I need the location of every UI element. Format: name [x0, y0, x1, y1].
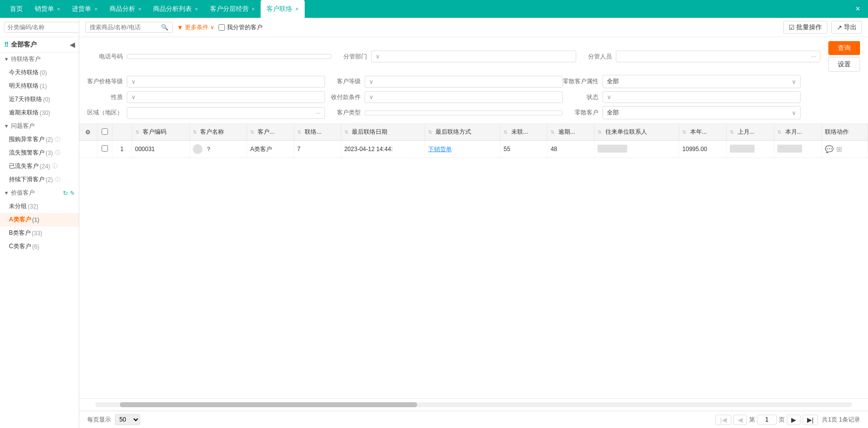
info-icon-4[interactable]: ⓘ — [55, 176, 60, 183]
page-number-input[interactable] — [757, 415, 777, 425]
sort-handle-contact[interactable]: ⇅ — [297, 129, 301, 135]
customer-type-input[interactable] — [365, 110, 563, 115]
search-icon[interactable]: 🔍 — [161, 24, 168, 31]
td-code: 000031 — [132, 141, 189, 158]
nature-dropdown[interactable]: ∨ — [127, 91, 325, 103]
close-window-button[interactable]: × — [852, 4, 864, 13]
query-button[interactable]: 查询 — [828, 41, 860, 55]
nav-home[interactable]: 首页 — [4, 0, 29, 18]
price-level-dropdown[interactable]: ∨ — [127, 76, 325, 88]
status-dropdown[interactable]: ∨ — [602, 91, 801, 103]
problem-customers-group[interactable]: ▼ 问题客户 — [0, 119, 79, 133]
region-input[interactable]: ··· — [127, 107, 325, 119]
export-button[interactable]: ↗ 导出 — [831, 21, 862, 34]
td-num: 1 — [112, 141, 132, 158]
th-actions: 联络动作 — [822, 124, 868, 141]
info-icon-3[interactable]: ⓘ — [52, 162, 57, 170]
settings-gear-icon[interactable]: ⚙ — [85, 129, 91, 136]
manager-input[interactable]: ··· — [616, 51, 820, 62]
sort-handle-name[interactable]: ⇅ — [193, 129, 197, 135]
sort-handle-level[interactable]: ⇅ — [250, 129, 254, 135]
sidebar-search-input[interactable] — [4, 22, 79, 33]
customer-level-dropdown[interactable]: ∨ — [365, 76, 563, 88]
value-customers-group[interactable]: ▼ 价值客户 ↻ ✎ — [0, 186, 79, 200]
th-num — [112, 124, 132, 141]
sidebar-class-b[interactable]: B类客户 (33) — [0, 226, 79, 240]
nav-purchase[interactable]: 进货单 × — [66, 0, 103, 18]
first-page-button[interactable]: |◀ — [715, 415, 731, 425]
sidebar-collapse-icon[interactable]: ◀ — [70, 41, 75, 49]
sidebar-class-a[interactable]: A类客户 (1) — [0, 213, 79, 226]
sidebar: 🔍 ⠿ 全部客户 ◀ ▼ 待联络客户 今天待联络 (0) 明天待联络 (1) 近… — [0, 18, 79, 428]
td-this-month — [774, 141, 822, 158]
retail-customer-dropdown[interactable]: 全部 ∨ — [602, 106, 801, 119]
nav-customer-tier[interactable]: 客户分层经营 × — [204, 0, 261, 18]
th-last-date: ⇅ 最后联络日期 — [341, 124, 425, 141]
sort-handle-code[interactable]: ⇅ — [135, 129, 139, 135]
row-checkbox[interactable] — [102, 145, 108, 152]
close-product-list-tab[interactable]: × — [195, 6, 198, 12]
retail-attr-dropdown[interactable]: 全部 ∨ — [602, 75, 801, 88]
sort-handle-contact2[interactable]: ⇅ — [597, 129, 601, 135]
sidebar-class-c[interactable]: C类客户 (6) — [0, 240, 79, 253]
sort-handle-thisyear[interactable]: ⇅ — [682, 129, 686, 135]
nav-sales[interactable]: 销货单 × — [29, 0, 66, 18]
phone-input[interactable] — [127, 54, 331, 59]
sort-handle-thismonth[interactable]: ⇅ — [777, 129, 781, 135]
sort-handle-nocontact[interactable]: ⇅ — [503, 129, 507, 135]
nav-customer-contact[interactable]: 客户联络 × — [261, 0, 304, 18]
payment-dropdown[interactable]: ∨ — [365, 91, 563, 103]
close-customer-tier-tab[interactable]: × — [252, 6, 255, 12]
message-action-icon[interactable]: 💬 — [825, 145, 833, 153]
batch-operations-button[interactable]: ☑ 批量操作 — [783, 21, 827, 34]
price-level-field: 客户价格等级 ∨ — [87, 76, 325, 88]
nav-product-analysis[interactable]: 商品分析 × — [104, 0, 147, 18]
info-icon-1[interactable]: ⓘ — [55, 136, 60, 143]
close-customer-contact-tab[interactable]: × — [295, 6, 298, 12]
page-size-select[interactable]: 50 100 200 — [115, 414, 140, 425]
sidebar-7days-contact[interactable]: 近7天待联络 (0) — [0, 93, 79, 106]
th-contact: ⇅ 联络... — [294, 124, 341, 141]
qr-action-icon[interactable]: ⊞ — [836, 145, 842, 153]
sort-handle-method[interactable]: ⇅ — [428, 129, 432, 135]
close-sales-tab[interactable]: × — [57, 6, 60, 12]
nav-product-list[interactable]: 商品分析列表 × — [147, 0, 204, 18]
close-product-tab[interactable]: × — [138, 6, 141, 12]
dept-dropdown[interactable]: ∨ — [371, 51, 576, 62]
sidebar-declining[interactable]: 持续下滑客户 (2) ⓘ — [0, 173, 79, 186]
main-layout: 🔍 ⠿ 全部客户 ◀ ▼ 待联络客户 今天待联络 (0) 明天待联络 (1) 近… — [0, 18, 868, 428]
edit-icon[interactable]: ✎ — [70, 190, 75, 197]
pending-contact-group[interactable]: ▼ 待联络客户 — [0, 53, 79, 66]
sidebar-churned[interactable]: 已流失客户 (24) ⓘ — [0, 160, 79, 173]
last-method-link[interactable]: 下销货单 — [428, 146, 452, 153]
sort-handle-date[interactable]: ⇅ — [344, 129, 348, 135]
horizontal-scrollbar[interactable] — [79, 398, 868, 411]
dropdown-arrow-icon-8: ∨ — [792, 109, 796, 116]
last-page-button[interactable]: ▶| — [803, 415, 818, 425]
nature-field: 性质 ∨ — [87, 91, 325, 103]
search-input[interactable] — [90, 24, 159, 31]
sidebar-churn-warning[interactable]: 流失预警客户 (3) ⓘ — [0, 146, 79, 160]
sort-handle-lastmonth[interactable]: ⇅ — [730, 129, 734, 135]
customer-type-field: 客户类型 — [325, 108, 563, 117]
sidebar-tomorrow-contact[interactable]: 明天待联络 (1) — [0, 79, 79, 93]
sidebar-overdue-contact[interactable]: 逾期未联络 (30) — [0, 106, 79, 119]
more-filters-button[interactable]: ▼ 更多条件 ∨ — [177, 23, 215, 32]
sidebar-hoarding-anomaly[interactable]: 囤购异常客户 (2) ⓘ — [0, 133, 79, 146]
next-page-button[interactable]: ▶ — [787, 415, 801, 425]
prev-page-button[interactable]: ◀ — [733, 415, 747, 425]
sidebar-unclassified[interactable]: 未分组 (32) — [0, 200, 79, 213]
my-customers-checkbox-input[interactable] — [218, 24, 225, 31]
refresh-icon[interactable]: ↻ — [63, 190, 68, 197]
sidebar-today-contact[interactable]: 今天待联络 (0) — [0, 66, 79, 79]
td-last-date: 2023-04-12 14:44: — [341, 141, 425, 158]
customer-avatar — [193, 144, 203, 154]
settings-button[interactable]: 设置 — [828, 57, 860, 72]
td-last-month — [727, 141, 774, 158]
select-all-checkbox[interactable] — [102, 128, 108, 135]
td-name: ？ — [189, 141, 247, 158]
info-icon-2[interactable]: ⓘ — [55, 149, 60, 157]
customer-table: ⚙ ⇅ 客户编码 ⇅ 客户名称 — [79, 124, 868, 158]
sort-handle-overdue[interactable]: ⇅ — [550, 129, 554, 135]
close-purchase-tab[interactable]: × — [94, 6, 97, 12]
